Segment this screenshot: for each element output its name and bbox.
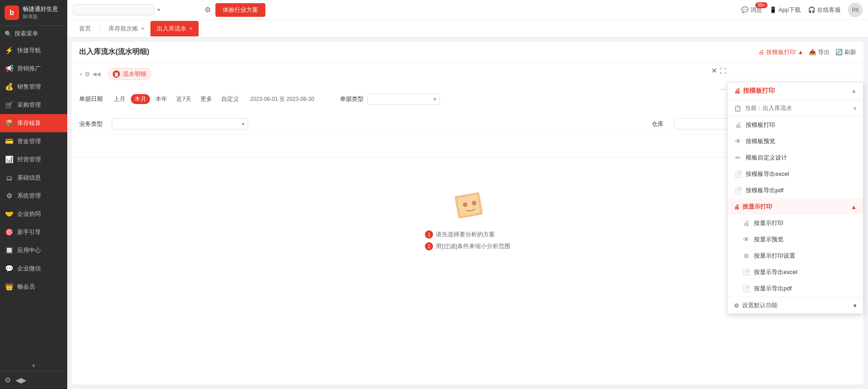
- sidebar-item-guide[interactable]: 🎯 新手引导: [0, 223, 67, 241]
- filter-tag-item: 📋 流水明细: [108, 68, 151, 80]
- topbar-right: 💬 消息 99+ 📱 App下载 🎧 在线客服 Rit: [741, 3, 863, 17]
- biz-type-select[interactable]: [112, 118, 248, 130]
- avatar[interactable]: Rit: [848, 3, 863, 17]
- date-tab-this-month[interactable]: 本月: [131, 94, 150, 104]
- sidebar-nav: ⚡ 快捷导航 📢 营销推广 💰 销售管理 🛒 采购管理 📦 库存核算 💳 资金管…: [0, 41, 67, 361]
- edition-label: 标准版: [23, 13, 58, 20]
- sidebar-item-label: 经营管理: [17, 155, 41, 164]
- export-btn[interactable]: 📤 导出: [809, 48, 830, 56]
- topbar-search-chevron[interactable]: ▾: [157, 6, 160, 13]
- panel-expand-btn[interactable]: ⛶: [720, 67, 726, 75]
- sidebar-item-basic[interactable]: 🗂 基础信息: [0, 169, 67, 187]
- dropdown-current-template[interactable]: 📋 当前：出入库流水 ▾: [728, 100, 863, 117]
- doc-type-select[interactable]: [367, 94, 440, 105]
- print-icon: 🖨: [758, 49, 764, 55]
- dp-excel-icon: 📄: [734, 170, 742, 178]
- date-tab-this-year-label: 本年: [155, 95, 167, 102]
- topbar-gear-icon[interactable]: ⚙: [205, 5, 211, 14]
- dropdown-display-preview[interactable]: 👁 按显示预览: [728, 231, 863, 248]
- basic-icon: 🗂: [5, 173, 14, 182]
- sidebar-item-purchase[interactable]: 🛒 采购管理: [0, 96, 67, 114]
- sidebar-item-label: 库存核算: [17, 119, 41, 127]
- sidebar-item-marketing[interactable]: 📢 营销推广: [0, 60, 67, 78]
- trial-btn[interactable]: 体验行业方案: [215, 3, 265, 17]
- sidebar-collapse-btn[interactable]: ◀▶: [15, 376, 26, 384]
- svg-rect-1: [457, 194, 480, 216]
- topbar-search-input[interactable]: [73, 4, 155, 15]
- date-tab-last-month[interactable]: 上月: [110, 94, 129, 104]
- dropdown-footer[interactable]: ⚙ 设置默认功能 ▾: [728, 297, 863, 314]
- sidebar-item-app-center[interactable]: 🔲 应用中心: [0, 241, 67, 259]
- tab-home[interactable]: 首页: [73, 21, 97, 36]
- finance-icon: 💳: [5, 137, 14, 146]
- filter-collapse-icon[interactable]: ◀◀: [92, 71, 100, 77]
- panel-close-btn[interactable]: ✕: [711, 66, 717, 75]
- page-actions: 🖨 按模板打印 ▲ 📤 导出 🔄 刷新: [758, 48, 856, 56]
- sidebar-item-membership[interactable]: 👑 畅会员: [0, 278, 67, 296]
- dropdown-arrow[interactable]: ▲: [851, 88, 857, 94]
- dropdown-display-print[interactable]: 🖨 按显示打印: [728, 215, 863, 231]
- avatar-text: Rit: [852, 7, 859, 13]
- print-btn[interactable]: 🖨 按模板打印 ▲: [758, 48, 803, 56]
- operation-icon: 📊: [5, 155, 14, 164]
- tab-batch-account-close[interactable]: ×: [141, 25, 144, 32]
- quick-nav-icon: ⚡: [5, 46, 14, 55]
- dp-disp-settings-icon: ⚙: [742, 252, 750, 260]
- online-service-btn[interactable]: 🎧 在线客服: [808, 6, 841, 14]
- date-tab-this-month-label: 本月: [135, 95, 146, 102]
- tab-inout-flow[interactable]: 出入库流水 ×: [150, 21, 199, 36]
- footer-left: ⚙ 设置默认功能: [734, 301, 778, 309]
- dropdown-template-export-excel[interactable]: 📄 按模板导出excel: [728, 166, 863, 182]
- sidebar-item-finance[interactable]: 💳 资金管理: [0, 132, 67, 150]
- system-icon: ⚙: [5, 191, 14, 200]
- refresh-btn[interactable]: 🔄 刷新: [835, 48, 856, 56]
- dropdown-display-export-pdf[interactable]: 📄 按显示导出pdf: [728, 280, 863, 297]
- dropdown-template-custom[interactable]: ✏ 模板自定义设计: [728, 150, 863, 166]
- dropdown-template-print[interactable]: 🖨 按模板打印: [728, 117, 863, 133]
- dropdown-template-preview[interactable]: 👁 按模板预览: [728, 133, 863, 150]
- sidebar-item-label: 营销推广: [17, 65, 41, 73]
- tab-inout-flow-close[interactable]: ×: [189, 25, 192, 32]
- dp-template-custom-label: 模板自定义设计: [746, 154, 787, 162]
- sidebar-item-label: 销售管理: [17, 83, 41, 91]
- app-download-btn[interactable]: 📱 App下载: [769, 6, 801, 14]
- date-tab-more[interactable]: 更多: [197, 94, 216, 104]
- filter-add-btn[interactable]: + ⚙ ◀◀: [79, 70, 100, 78]
- empty-illustration: [449, 185, 486, 221]
- sidebar-item-label: 畅会员: [17, 283, 35, 291]
- dropdown-display-section[interactable]: 🖨 按显示打印 ▲: [728, 199, 863, 215]
- sidebar-logo-text: 畅捷通好生意 标准版: [23, 5, 58, 20]
- app-download-label: App下载: [778, 6, 801, 14]
- filter-gear-icon[interactable]: ⚙: [85, 70, 90, 78]
- dropdown-display-print-settings[interactable]: ⚙ 按显示打印设置: [728, 248, 863, 264]
- sidebar-settings-btn[interactable]: ⚙: [5, 376, 11, 384]
- sidebar-scroll-down[interactable]: ▼: [0, 361, 67, 371]
- sidebar-item-cooperation[interactable]: 🤝 企业协同: [0, 205, 67, 223]
- dropdown-display-export-excel[interactable]: 📄 按显示导出excel: [728, 264, 863, 280]
- hint1-text: 请先选择要分析的方案: [436, 229, 495, 240]
- dp-display-excel-label: 按显示导出excel: [754, 268, 797, 276]
- sidebar-item-sales[interactable]: 💰 销售管理: [0, 78, 67, 96]
- search-menu-item[interactable]: 🔍 搜索菜单: [0, 26, 67, 41]
- dropdown-template-export-pdf[interactable]: 📄 按模板导出pdf: [728, 182, 863, 199]
- content-area: 出入库流水(流水明细) 🖨 按模板打印 ▲ 📤 导出 🔄 刷新: [67, 37, 868, 389]
- sidebar-item-quick-nav[interactable]: ⚡ 快捷导航: [0, 41, 67, 60]
- message-icon: 💬: [741, 6, 748, 13]
- message-btn[interactable]: 💬 消息 99+: [741, 6, 762, 14]
- date-tab-custom-label: 自定义: [221, 95, 239, 102]
- date-tab-custom[interactable]: 自定义: [218, 94, 243, 104]
- sidebar-item-inventory[interactable]: 📦 库存核算: [0, 114, 67, 132]
- filter-tag-icon: 📋: [113, 70, 120, 78]
- sidebar-item-label: 系统管理: [17, 192, 41, 200]
- sidebar-item-system[interactable]: ⚙ 系统管理: [0, 187, 67, 205]
- dp-preview-icon: 👁: [734, 137, 742, 145]
- date-tab-7days[interactable]: 近7天: [173, 94, 195, 104]
- hint2-num: 2: [425, 242, 433, 250]
- date-tab-this-year[interactable]: 本年: [152, 94, 171, 104]
- tab-batch-account[interactable]: 库存批次账 ×: [102, 21, 150, 36]
- more-options-btn[interactable]: ...: [720, 84, 726, 92]
- sidebar-item-enterprise-wechat[interactable]: 💬 企业微信: [0, 259, 67, 278]
- filter-tag-label: 流水明细: [123, 70, 146, 78]
- dp-template-preview-label: 按模板预览: [746, 137, 775, 145]
- sidebar-item-operation[interactable]: 📊 经营管理: [0, 150, 67, 169]
